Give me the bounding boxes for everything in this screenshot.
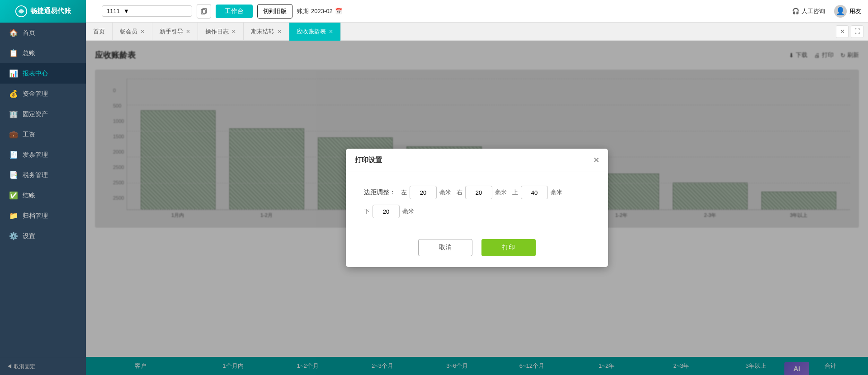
top-unit: 毫米 [551, 188, 562, 197]
sidebar-item-invoice[interactable]: 🧾 发票管理 [0, 145, 86, 165]
dialog-overlay: 打印设置 ✕ 边距调整： 左 毫米 右 [86, 41, 868, 375]
tab-membership[interactable]: 畅会员 ✕ [113, 23, 152, 41]
content-area: 首页 畅会员 ✕ 新手引导 ✕ 操作日志 ✕ 期末结转 ✕ 应收账龄表 ✕ [86, 23, 868, 375]
tab-oplog-close[interactable]: ✕ [231, 28, 236, 35]
dropdown-arrow-icon: ▼ [123, 8, 129, 14]
left-input[interactable] [410, 186, 437, 199]
sidebar-item-settings[interactable]: ⚙️ 设置 [0, 226, 86, 246]
margin-top-group: 上 毫米 [512, 186, 562, 199]
company-name: 1111 [107, 8, 120, 14]
tab-guide-label: 新手引导 [160, 28, 183, 36]
left-unit: 毫米 [439, 188, 451, 197]
dialog-close-button[interactable]: ✕ [593, 156, 599, 164]
bottom-unit: 毫米 [402, 207, 414, 216]
period-info: 账期 2023-02 📅 [297, 7, 342, 15]
ledger-icon: 📋 [9, 49, 18, 57]
tab-home[interactable]: 首页 [86, 23, 113, 41]
user-avatar: 👤 [834, 5, 847, 18]
margin-bottom-group: 下 毫米 [364, 205, 414, 218]
sidebar-item-payroll[interactable]: 💼 工资 [0, 124, 86, 145]
tabs-bar: 首页 畅会员 ✕ 新手引导 ✕ 操作日志 ✕ 期末结转 ✕ 应收账龄表 ✕ [86, 23, 868, 41]
right-unit: 毫米 [495, 188, 507, 197]
confirm-print-button[interactable]: 打印 [481, 239, 536, 256]
tab-guide-close[interactable]: ✕ [186, 28, 190, 35]
tab-home-label: 首页 [93, 28, 105, 36]
calendar-icon[interactable]: 📅 [335, 8, 342, 14]
page-content: 应收账龄表 ⬇ 下载 🖨 打印 ↻ 刷新 [86, 41, 868, 375]
tax-icon: 📑 [9, 171, 18, 179]
sidebar-item-assets[interactable]: 🏢 固定资产 [0, 104, 86, 124]
reports-icon: 📊 [9, 69, 18, 78]
sidebar-label-invoice: 发票管理 [23, 151, 48, 159]
sidebar-scroll: 🏠 首页 📋 总账 📊 报表中心 💰 资金管理 🏢 固定资产 💼 工资 [0, 23, 86, 358]
cancel-button[interactable]: 取消 [418, 239, 472, 256]
sidebar-label-home: 首页 [23, 29, 35, 37]
archive-icon: 📁 [9, 211, 18, 220]
app-title: 畅捷通易代账 [30, 7, 71, 15]
sidebar-item-archive[interactable]: 📁 归档管理 [0, 206, 86, 226]
period-value: 2023-02 [311, 8, 333, 14]
margin-label: 边距调整： [364, 188, 396, 197]
sidebar-item-ledger[interactable]: 📋 总账 [0, 43, 86, 63]
sidebar-label-archive: 归档管理 [23, 212, 48, 220]
sidebar-label-checkout: 结账 [23, 192, 35, 200]
right-label: 右 [457, 188, 462, 197]
home-icon: 🏠 [9, 28, 18, 37]
print-settings-dialog: 打印设置 ✕ 边距调整： 左 毫米 右 [346, 149, 608, 267]
invoice-icon: 🧾 [9, 150, 18, 159]
dialog-body: 边距调整： 左 毫米 右 毫米 [346, 172, 608, 232]
tab-closing-label: 期末结转 [251, 28, 274, 36]
user-area[interactable]: 👤 用友 [834, 5, 861, 18]
copy-button[interactable] [197, 4, 211, 19]
checkout-icon: ✅ [9, 191, 18, 200]
sidebar-label-settings: 设置 [23, 232, 35, 240]
bottom-label: 下 [364, 207, 370, 216]
left-label: 左 [401, 188, 407, 197]
sidebar: 🏠 首页 📋 总账 📊 报表中心 💰 资金管理 🏢 固定资产 💼 工资 [0, 23, 86, 375]
sidebar-item-reports[interactable]: 📊 报表中心 [0, 63, 86, 84]
tab-closing[interactable]: 期末结转 ✕ [244, 23, 289, 41]
top-input[interactable] [521, 186, 548, 199]
company-selector[interactable]: 1111 ▼ [102, 5, 192, 17]
sidebar-label-tax: 税务管理 [23, 171, 48, 179]
period-label: 账期 [297, 7, 309, 15]
tab-closing-close[interactable]: ✕ [277, 28, 282, 35]
switch-old-button[interactable]: 切到旧版 [257, 4, 292, 19]
sidebar-item-funds[interactable]: 💰 资金管理 [0, 84, 86, 104]
funds-icon: 💰 [9, 89, 18, 98]
dialog-header: 打印设置 ✕ [346, 149, 608, 172]
tab-expand-button[interactable]: ⛶ [851, 25, 863, 38]
sidebar-collapse-button[interactable]: ◀ 取消固定 [0, 358, 86, 375]
top-label: 上 [512, 188, 518, 197]
tab-aging-close[interactable]: ✕ [329, 28, 333, 35]
sidebar-label-reports: 报表中心 [23, 70, 48, 78]
support-button[interactable]: 🎧 人工咨询 [792, 7, 825, 15]
workbench-button[interactable]: 工作台 [216, 5, 253, 18]
logo: 畅捷通易代账 [0, 0, 86, 23]
tab-oplog-label: 操作日志 [205, 28, 229, 36]
margin-left-group: 左 毫米 [401, 186, 451, 199]
margin-settings-row: 边距调整： 左 毫米 右 毫米 [364, 186, 590, 218]
tab-membership-close[interactable]: ✕ [140, 28, 145, 35]
sidebar-item-checkout[interactable]: ✅ 结账 [0, 185, 86, 206]
settings-icon: ⚙️ [9, 232, 18, 240]
dialog-footer: 取消 打印 [346, 232, 608, 267]
tab-close-button[interactable]: ✕ [836, 25, 849, 38]
sidebar-label-funds: 资金管理 [23, 90, 48, 98]
tab-aging-label: 应收账龄表 [297, 28, 326, 36]
collapse-label: ◀ 取消固定 [7, 363, 35, 370]
tab-oplog[interactable]: 操作日志 ✕ [198, 23, 244, 41]
sidebar-label-ledger: 总账 [23, 49, 35, 57]
user-name: 用友 [849, 7, 861, 15]
sidebar-item-home[interactable]: 🏠 首页 [0, 23, 86, 43]
right-input[interactable] [465, 186, 492, 199]
tab-guide[interactable]: 新手引导 ✕ [152, 23, 198, 41]
sidebar-item-tax[interactable]: 📑 税务管理 [0, 165, 86, 185]
headset-icon: 🎧 [792, 8, 799, 14]
bottom-input[interactable] [373, 205, 400, 218]
payroll-icon: 💼 [9, 130, 18, 139]
sidebar-label-assets: 固定资产 [23, 110, 48, 118]
margin-right-group: 右 毫米 [457, 186, 507, 199]
tab-membership-label: 畅会员 [120, 28, 137, 36]
tab-aging[interactable]: 应收账龄表 ✕ [289, 23, 341, 41]
